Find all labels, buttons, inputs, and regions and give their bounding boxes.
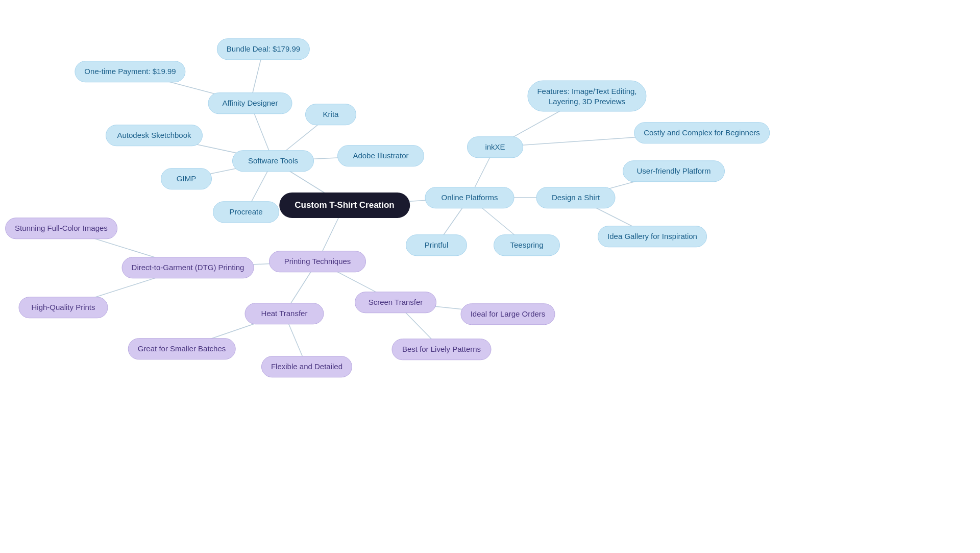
node-autodesk-sketchbook: Autodesk Sketchbook bbox=[106, 125, 203, 146]
node-printful: Printful bbox=[406, 234, 467, 256]
node-teespring: Teespring bbox=[494, 234, 560, 256]
node-design-a-shirt: Design a Shirt bbox=[536, 187, 616, 208]
node-great-smaller: Great for Smaller Batches bbox=[128, 338, 236, 359]
node-software-tools: Software Tools bbox=[232, 150, 314, 172]
node-features-inkxe: Features: Image/Text Editing,Layering, 3… bbox=[527, 81, 646, 112]
node-adobe-illustrator: Adobe Illustrator bbox=[337, 145, 424, 166]
node-best-lively: Best for Lively Patterns bbox=[392, 339, 492, 360]
node-heat-transfer: Heat Transfer bbox=[245, 303, 324, 324]
node-flexible-detailed: Flexible and Detailed bbox=[261, 356, 352, 377]
node-costly-complex: Costly and Complex for Beginners bbox=[634, 122, 770, 143]
center-node: Custom T-Shirt Creation bbox=[279, 193, 410, 218]
node-screen-transfer: Screen Transfer bbox=[355, 292, 436, 313]
node-dtg: Direct-to-Garment (DTG) Printing bbox=[122, 257, 254, 278]
node-krita: Krita bbox=[305, 104, 356, 125]
node-stunning: Stunning Full-Color Images bbox=[5, 218, 117, 239]
node-ideal-large: Ideal for Large Orders bbox=[461, 303, 555, 325]
node-online-platforms: Online Platforms bbox=[425, 187, 514, 208]
node-one-time-payment: One-time Payment: $19.99 bbox=[75, 61, 185, 82]
node-procreate: Procreate bbox=[213, 201, 279, 223]
node-high-quality: High-Quality Prints bbox=[19, 297, 108, 318]
node-bundle-deal: Bundle Deal: $179.99 bbox=[217, 38, 310, 60]
node-printing-techniques: Printing Techniques bbox=[269, 251, 366, 272]
node-idea-gallery: Idea Gallery for Inspiration bbox=[598, 226, 707, 247]
node-gimp: GIMP bbox=[161, 168, 212, 189]
mind-map-canvas: Custom T-Shirt CreationSoftware ToolsAff… bbox=[0, 0, 980, 553]
node-affinity-designer: Affinity Designer bbox=[208, 92, 292, 114]
node-user-friendly: User-friendly Platform bbox=[623, 160, 725, 182]
node-inkxe: inkXE bbox=[467, 136, 523, 158]
